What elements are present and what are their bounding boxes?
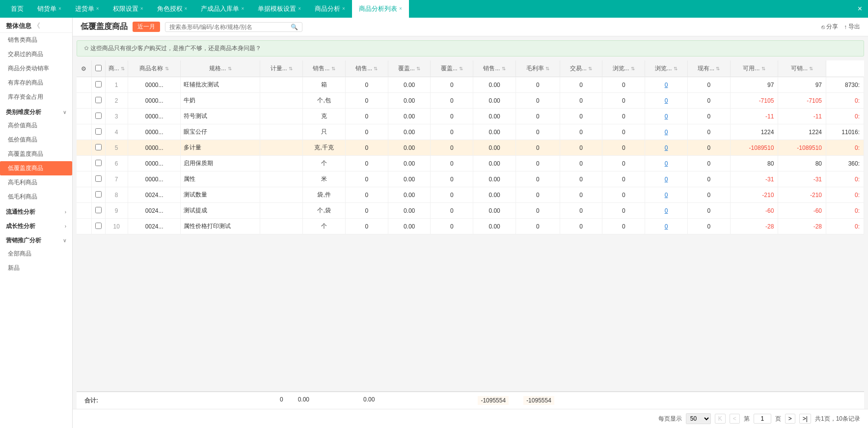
- close-icon[interactable]: ×: [241, 0, 244, 18]
- sidebar-item-low-value[interactable]: 低价值商品: [0, 133, 72, 147]
- sidebar-item-high-margin[interactable]: 高毛利商品: [0, 175, 72, 190]
- nav-tab-products[interactable]: 产成品入库单 ×: [194, 0, 251, 18]
- table-footer: 合计: 0 0.00 0.00 -1095554 -1095554: [77, 391, 864, 409]
- row-checkbox[interactable]: [91, 187, 105, 203]
- sidebar-promo-section[interactable]: 营销推广分析 ∨: [0, 232, 72, 247]
- col-sales-amt[interactable]: 销售... ⇅: [345, 60, 388, 77]
- col-margin[interactable]: 毛利率 ⇅: [515, 60, 560, 77]
- col-available[interactable]: 可用... ⇅: [730, 60, 778, 77]
- col-coverage1[interactable]: 覆盖... ⇅: [388, 60, 431, 77]
- col-trade[interactable]: 交易... ⇅: [560, 60, 602, 77]
- row-settings: [77, 77, 91, 93]
- col-browse1[interactable]: 浏览... ⇅: [602, 60, 645, 77]
- nav-tab-home[interactable]: 首页: [4, 0, 30, 18]
- row-browse2: 0: [687, 124, 730, 140]
- sidebar-item-new-goods[interactable]: 新品: [0, 261, 72, 275]
- sidebar-growth-section[interactable]: 成长性分析 ›: [0, 218, 72, 232]
- sidebar-item-stock[interactable]: 有库存的商品: [0, 76, 72, 90]
- row-checkbox[interactable]: [91, 140, 105, 156]
- sidebar-flow-section[interactable]: 流通性分析 ›: [0, 204, 72, 218]
- page-number-input[interactable]: [754, 414, 771, 424]
- row-browse1[interactable]: 0: [645, 109, 688, 124]
- col-code[interactable]: 商... ⇅: [105, 60, 128, 77]
- row-browse1[interactable]: 0: [645, 203, 688, 219]
- sidebar-category-section[interactable]: 类别维度分析 ∨: [0, 104, 72, 118]
- close-icon[interactable]: ×: [342, 0, 345, 18]
- col-sales-qty[interactable]: 销售... ⇅: [303, 60, 346, 77]
- row-checkbox[interactable]: [91, 156, 105, 171]
- sidebar-item-low-coverage[interactable]: 低覆盖度商品: [0, 161, 72, 175]
- row-checkbox[interactable]: [91, 171, 105, 187]
- row-margin: 0: [560, 187, 602, 203]
- close-icon[interactable]: ×: [140, 0, 143, 18]
- row-checkbox[interactable]: [91, 93, 105, 109]
- share-button[interactable]: ⎋ 分享: [821, 23, 838, 31]
- row-trade: 0: [602, 203, 645, 219]
- row-browse1[interactable]: 0: [645, 77, 688, 93]
- last-page-button[interactable]: >|: [799, 414, 811, 424]
- close-icon[interactable]: ×: [399, 0, 402, 18]
- row-checkbox[interactable]: [91, 219, 105, 234]
- sidebar-item-sales-rate[interactable]: 商品分类动销率: [0, 61, 72, 76]
- row-num: 10: [105, 219, 128, 234]
- sidebar-item-all-goods[interactable]: 全部商品: [0, 247, 72, 261]
- close-icon[interactable]: ×: [185, 0, 188, 18]
- col-sales-days[interactable]: 销售... ⇅: [473, 60, 516, 77]
- data-table-container[interactable]: ⚙ 商... ⇅ 商品名称 ⇅ 规格... ⇅ 计量... ⇅ 销售... ⇅ …: [77, 60, 864, 391]
- col-spec[interactable]: 规格... ⇅: [181, 60, 260, 77]
- sort-icon: ⇅: [631, 66, 635, 71]
- row-browse1[interactable]: 0: [645, 187, 688, 203]
- sidebar-item-capital[interactable]: 库存资金占用: [0, 90, 72, 104]
- close-icon[interactable]: ×: [298, 0, 301, 18]
- close-icon[interactable]: ×: [58, 0, 61, 18]
- prev-page-button[interactable]: <: [730, 414, 740, 424]
- nav-tab-sales[interactable]: 销货单 ×: [30, 0, 68, 18]
- col-saleable[interactable]: 可销... ⇅: [778, 60, 826, 77]
- nav-tab-analysis-list[interactable]: 商品分析列表 ×: [352, 0, 409, 18]
- row-coverage1: 0: [431, 219, 473, 234]
- search-icon: 🔍: [291, 24, 298, 30]
- close-all-button[interactable]: ×: [858, 4, 862, 13]
- col-unit[interactable]: 计量... ⇅: [260, 60, 303, 77]
- sidebar-item-high-value[interactable]: 高价值商品: [0, 118, 72, 133]
- col-browse2[interactable]: 浏览... ⇅: [645, 60, 688, 77]
- row-checkbox[interactable]: [91, 203, 105, 219]
- row-sales-amt: 0.00: [388, 219, 431, 234]
- row-browse1[interactable]: 0: [645, 171, 688, 187]
- search-input[interactable]: [169, 24, 291, 30]
- nav-tab-roles[interactable]: 角色授权 ×: [150, 0, 194, 18]
- nav-tab-purchase[interactable]: 进货单 ×: [68, 0, 106, 18]
- col-coverage2[interactable]: 覆盖... ⇅: [431, 60, 473, 77]
- per-page-select[interactable]: 50 20 100 200: [686, 413, 711, 424]
- row-trade: 0: [602, 156, 645, 171]
- chevron-down-icon: ∨: [63, 110, 66, 115]
- next-page-button[interactable]: >: [785, 414, 795, 424]
- recent-filter-button[interactable]: 近一月: [133, 22, 160, 32]
- row-sales-qty: 0: [345, 77, 388, 93]
- select-all-checkbox[interactable]: [95, 65, 102, 71]
- row-browse1[interactable]: 0: [645, 156, 688, 171]
- sidebar-item-low-margin[interactable]: 低毛利商品: [0, 190, 72, 204]
- row-sales-amt: 0.00: [388, 109, 431, 124]
- row-checkbox[interactable]: [91, 124, 105, 140]
- col-settings[interactable]: ⚙: [77, 60, 91, 77]
- sidebar-collapse-button[interactable]: 《: [31, 22, 42, 30]
- sidebar-item-traded-goods[interactable]: 交易过的商品: [0, 47, 72, 61]
- nav-tab-permissions[interactable]: 权限设置 ×: [106, 0, 150, 18]
- first-page-button[interactable]: K: [715, 414, 726, 424]
- row-browse1[interactable]: 0: [645, 219, 688, 234]
- close-icon[interactable]: ×: [96, 0, 99, 18]
- nav-tab-analysis[interactable]: 商品分析 ×: [308, 0, 352, 18]
- row-checkbox[interactable]: [91, 77, 105, 93]
- sidebar-item-high-coverage[interactable]: 高覆盖度商品: [0, 147, 72, 161]
- row-checkbox[interactable]: [91, 109, 105, 124]
- row-browse1[interactable]: 0: [645, 124, 688, 140]
- row-browse1[interactable]: 0: [645, 140, 688, 156]
- col-current-stock[interactable]: 现有... ⇅: [687, 60, 730, 77]
- nav-tab-templates[interactable]: 单据模板设置 ×: [251, 0, 308, 18]
- row-available: -11: [778, 109, 826, 124]
- export-button[interactable]: ↑ 导出: [844, 23, 860, 31]
- col-name[interactable]: 商品名称 ⇅: [128, 60, 181, 77]
- sidebar-item-sales-goods[interactable]: 销售类商品: [0, 33, 72, 47]
- row-browse1[interactable]: 0: [645, 93, 688, 109]
